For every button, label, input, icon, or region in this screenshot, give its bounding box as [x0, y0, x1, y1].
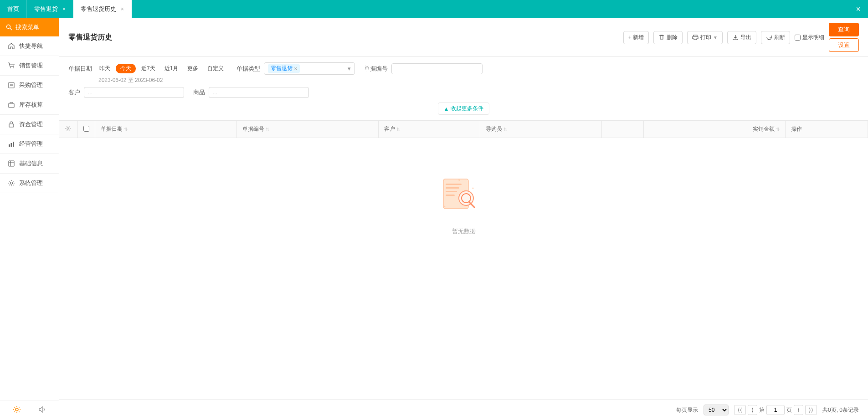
th-customer[interactable]: 客户 ⇅: [379, 121, 480, 138]
doc-no-input[interactable]: [391, 63, 483, 74]
page-prev-btn[interactable]: ⟨: [748, 405, 757, 415]
empty-state: 暂无数据: [59, 138, 868, 272]
date-filter: 单据日期 昨天 今天 近7天 近1月 更多 自定义: [68, 64, 227, 73]
product-label: 商品: [193, 88, 205, 97]
page-last-btn[interactable]: ⟩⟩: [805, 405, 817, 415]
page-suffix: 页: [786, 406, 792, 414]
add-btn-label: + 新增: [628, 34, 644, 41]
svg-rect-18: [446, 195, 455, 196]
empty-text: 暂无数据: [452, 227, 476, 236]
collapse-row: ▲ 收起更多条件: [68, 102, 859, 115]
sidebar-item-purchase-mgmt[interactable]: 采购管理: [0, 76, 59, 95]
tab-retail-return-history-close[interactable]: ×: [121, 6, 124, 12]
page-nav: ⟨⟨ ⟨ 第 页 ⟩ ⟩⟩: [734, 405, 817, 415]
page-header: 零售退货历史 + 新增 删除 打印 ▼: [59, 18, 868, 57]
doc-type-select[interactable]: 零售退货 × ▾: [264, 62, 355, 75]
check-all-input[interactable]: [83, 126, 89, 132]
sidebar-gear-btn[interactable]: [12, 405, 21, 415]
date-btn-more[interactable]: 更多: [184, 64, 202, 73]
th-amount-sort: ⇅: [776, 127, 780, 132]
header-actions: + 新增 删除 打印 ▼: [623, 23, 859, 52]
product-input[interactable]: ...: [209, 87, 309, 98]
svg-point-13: [67, 128, 69, 129]
date-btn-yesterday[interactable]: 昨天: [96, 64, 114, 73]
th-doc-date-label: 单据日期: [101, 126, 123, 132]
sidebar-item-system-mgmt[interactable]: 系统管理: [0, 174, 59, 193]
table-header-row: 单据日期 ⇅ 单据编号 ⇅ 客户 ⇅ 导购员: [59, 121, 868, 138]
delete-btn[interactable]: 删除: [653, 31, 683, 44]
add-btn[interactable]: + 新增: [623, 31, 649, 44]
export-btn[interactable]: 导出: [727, 31, 756, 44]
search-menu-btn[interactable]: 搜索菜单: [0, 18, 59, 36]
tab-retail-return-close[interactable]: ×: [62, 6, 66, 12]
refresh-btn[interactable]: 刷新: [761, 31, 790, 44]
th-amount[interactable]: 实销金额 ⇅: [643, 121, 785, 138]
refresh-btn-label: 刷新: [774, 34, 785, 41]
collapse-btn-label: 收起更多条件: [451, 105, 483, 113]
svg-point-12: [15, 408, 18, 411]
print-btn[interactable]: 打印 ▼: [687, 31, 723, 44]
window-close-btn[interactable]: ×: [848, 5, 868, 14]
date-btn-today[interactable]: 今天: [116, 64, 136, 73]
page-first-btn[interactable]: ⟨⟨: [734, 405, 746, 415]
th-guide[interactable]: 导购员 ⇅: [480, 121, 601, 138]
page-label: 第: [759, 406, 765, 414]
th-check[interactable]: [77, 121, 95, 138]
date-btn-7days[interactable]: 近7天: [138, 64, 159, 73]
home-icon: [7, 42, 15, 50]
th-doc-date-sort: ⇅: [124, 127, 128, 132]
svg-point-3: [13, 67, 14, 68]
collapse-btn[interactable]: ▲ 收起更多条件: [438, 102, 490, 115]
filter-row-1: 单据日期 昨天 今天 近7天 近1月 更多 自定义 单据类型: [68, 62, 859, 75]
query-btn[interactable]: 查询: [829, 23, 859, 36]
date-btn-custom[interactable]: 自定义: [204, 64, 227, 73]
tab-home[interactable]: 首页: [0, 0, 27, 18]
main-layout: 搜索菜单 快捷导航 销售管理: [0, 18, 868, 420]
setting-btn[interactable]: 设置: [829, 38, 859, 52]
tab-retail-return-history[interactable]: 零售退货历史 ×: [73, 0, 132, 18]
sidebar-item-sales-mgmt[interactable]: 销售管理: [0, 56, 59, 76]
th-customer-sort: ⇅: [396, 127, 400, 132]
doc-no-filter: 单据编号: [364, 63, 483, 74]
th-doc-date[interactable]: 单据日期 ⇅: [95, 121, 236, 138]
sidebar-item-basic-info-label: 基础信息: [19, 159, 43, 168]
show-detail-input[interactable]: [795, 35, 801, 41]
th-spacer: [601, 121, 643, 138]
page-size-select[interactable]: 50 20 100: [704, 405, 729, 415]
total-info: 共0页, 0条记录: [822, 406, 859, 414]
doc-type-label: 单据类型: [236, 65, 260, 73]
doc-type-filter: 单据类型 零售退货 × ▾: [236, 62, 355, 75]
sidebar-item-quick-nav[interactable]: 快捷导航: [0, 36, 59, 56]
tab-retail-return[interactable]: 零售退货 ×: [27, 0, 73, 18]
sidebar-item-finance[interactable]: 资金管理: [0, 115, 59, 134]
filter-area: 单据日期 昨天 今天 近7天 近1月 更多 自定义 单据类型: [59, 57, 868, 121]
th-doc-no[interactable]: 单据编号 ⇅: [236, 121, 378, 138]
page-num-input[interactable]: [766, 405, 785, 415]
tab-retail-return-label: 零售退货: [34, 5, 58, 13]
date-options: 昨天 今天 近7天 近1月 更多 自定义: [96, 64, 227, 73]
doc-type-tag-close[interactable]: ×: [294, 66, 297, 72]
sidebar-item-inventory[interactable]: 库存核算: [0, 95, 59, 115]
customer-input[interactable]: ...: [84, 87, 184, 98]
tab-retail-return-history-label: 零售退货历史: [81, 5, 116, 13]
page-next-btn[interactable]: ⟩: [794, 405, 803, 415]
th-amount-label: 实销金额: [753, 126, 775, 132]
customer-placeholder: ...: [88, 89, 92, 96]
show-detail-checkbox[interactable]: 显示明细: [795, 34, 824, 41]
th-gear[interactable]: [59, 121, 77, 138]
sidebar-item-operations[interactable]: 经营管理: [0, 134, 59, 154]
svg-line-1: [10, 28, 12, 30]
lock-icon: [7, 120, 15, 128]
delete-icon: [658, 34, 665, 41]
table-footer: 每页显示 50 20 100 ⟨⟨ ⟨ 第 页 ⟩ ⟩⟩ 共0页, 0条记录: [59, 400, 868, 420]
date-btn-1month[interactable]: 近1月: [161, 64, 182, 73]
show-detail-label: 显示明细: [802, 34, 824, 41]
top-bar: 首页 零售退货 × 零售退货历史 × ×: [0, 0, 868, 18]
sidebar-volume-btn[interactable]: [37, 405, 46, 415]
search-icon: [5, 24, 13, 31]
sidebar-item-basic-info[interactable]: 基础信息: [0, 154, 59, 174]
empty-illustration: [437, 174, 482, 215]
date-filter-label: 单据日期: [68, 65, 92, 73]
th-action: 操作: [786, 121, 868, 138]
sidebar: 搜索菜单 快捷导航 销售管理: [0, 18, 59, 420]
